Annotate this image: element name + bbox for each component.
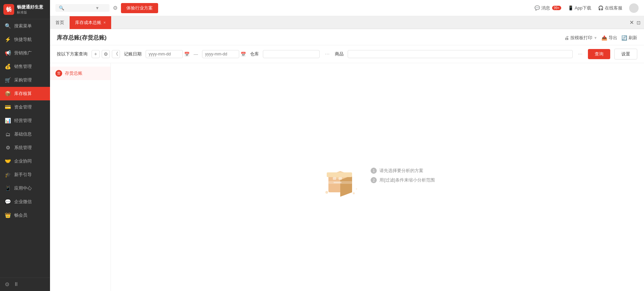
empty-illustration bbox=[320, 157, 361, 197]
sidebar-item-purchase[interactable]: 🛒 采购管理 bbox=[0, 73, 50, 87]
industry-btn[interactable]: 体验行业方案 bbox=[121, 3, 158, 13]
svg-point-8 bbox=[325, 191, 328, 194]
empty-svg bbox=[320, 157, 361, 197]
sidebar-item-label: 资金管理 bbox=[14, 104, 32, 110]
quick-nav-icon: ⚡ bbox=[5, 37, 11, 43]
sidebar-item-label: 畅会员 bbox=[14, 212, 27, 218]
finance-icon: 💳 bbox=[5, 104, 11, 110]
scheme-item-inventory-ledger[interactable]: 货 存货总账 bbox=[50, 67, 110, 80]
tabbar-close-button[interactable]: ✕ bbox=[629, 19, 634, 26]
topbar-gear-icon[interactable]: ⚙ bbox=[113, 5, 118, 11]
svg-rect-7 bbox=[333, 182, 342, 183]
svg-point-10 bbox=[356, 188, 357, 190]
cooperation-icon: 🤝 bbox=[5, 158, 11, 164]
filter-add-btn[interactable]: ＋ bbox=[92, 50, 100, 58]
inventory-icon: 📦 bbox=[5, 91, 11, 97]
sidebar-item-wechat[interactable]: 💬 企业微信 bbox=[0, 195, 50, 209]
product-label: 商品 bbox=[335, 51, 344, 57]
tab-inventory-ledger[interactable]: 库存成本总账 × bbox=[70, 16, 111, 29]
sidebar-item-basic[interactable]: 🗂 基础信息 bbox=[0, 127, 50, 141]
print-label: 按模板打印 bbox=[570, 35, 592, 41]
refresh-label: 刷新 bbox=[628, 35, 637, 41]
calendar-from-icon[interactable]: 📅 bbox=[184, 52, 190, 57]
date-from-input[interactable] bbox=[146, 50, 183, 58]
filter-collapse-btn[interactable]: 《 bbox=[112, 50, 120, 58]
export-action[interactable]: 📤 导出 bbox=[601, 35, 617, 41]
print-action[interactable]: 🖨 按模板打印 ▼ bbox=[564, 35, 597, 41]
tab-close-icon[interactable]: × bbox=[103, 20, 106, 25]
refresh-icon: 🔄 bbox=[621, 35, 627, 41]
date-separator: — bbox=[194, 52, 198, 57]
message-label: 消息 bbox=[541, 5, 550, 11]
empty-step-1: 1 请先选择要分析的方案 bbox=[371, 168, 435, 174]
sidebar-item-finance[interactable]: 💳 资金管理 bbox=[0, 100, 50, 114]
settings-footer-icon[interactable]: ⚙ bbox=[5, 281, 9, 288]
sidebar-item-search-menu[interactable]: 🔍 搜索菜单 bbox=[0, 19, 50, 33]
phone-icon: 📱 bbox=[568, 5, 573, 10]
sidebar-item-operation[interactable]: 📊 经营管理 bbox=[0, 114, 50, 127]
print-dropdown-icon[interactable]: ▼ bbox=[594, 36, 597, 40]
sidebar-item-label: 库存核算 bbox=[14, 91, 32, 97]
query-button[interactable]: 查询 bbox=[588, 49, 610, 59]
svg-rect-5 bbox=[333, 177, 336, 180]
search-menu-icon: 🔍 bbox=[5, 23, 11, 29]
online-support-item[interactable]: 🎧 在线客服 bbox=[598, 5, 622, 11]
apps-icon: 📱 bbox=[5, 185, 11, 191]
filter-label: 按以下方案查询 bbox=[57, 51, 88, 57]
sidebar-item-marketing[interactable]: 📢 营销推广 bbox=[0, 46, 50, 60]
search-icon: 🔍 bbox=[59, 5, 64, 10]
empty-step-2-label: 用[过滤]条件来缩小分析范围 bbox=[379, 177, 435, 183]
date-from-wrap: 📅 bbox=[146, 50, 190, 58]
sidebar: 畅 畅捷通好生意 标准版 🔍 搜索菜单 ⚡ 快捷导航 📢 营销推广 💰 销售管理… bbox=[0, 0, 50, 291]
refresh-action[interactable]: 🔄 刷新 bbox=[621, 35, 637, 41]
collapse-icon[interactable]: ⏸ bbox=[14, 281, 19, 288]
sidebar-item-sales[interactable]: 💰 销售管理 bbox=[0, 60, 50, 73]
sidebar-item-newbie[interactable]: 🎓 新手引导 bbox=[0, 168, 50, 181]
sidebar-item-label: 搜索菜单 bbox=[14, 23, 32, 29]
settings-button[interactable]: 设置 bbox=[614, 49, 637, 59]
newbie-icon: 🎓 bbox=[5, 172, 11, 178]
sidebar-item-label: 企业微信 bbox=[14, 199, 32, 205]
sales-icon: 💰 bbox=[5, 64, 11, 70]
sidebar-item-apps[interactable]: 📱 应用中心 bbox=[0, 181, 50, 195]
content-area: 货 存货总账 bbox=[50, 63, 644, 291]
topbar-search-area[interactable]: 🔍 ▼ bbox=[55, 4, 109, 12]
sidebar-scroll: 🔍 搜索菜单 ⚡ 快捷导航 📢 营销推广 💰 销售管理 🛒 采购管理 📦 库存核… bbox=[0, 19, 50, 277]
sidebar-item-inventory[interactable]: 📦 库存核算 bbox=[0, 87, 50, 100]
sidebar-item-label: 快捷导航 bbox=[14, 37, 32, 43]
warehouse-more-btn[interactable]: ··· bbox=[324, 51, 331, 57]
tabbar-resize-icon[interactable]: ⊡ bbox=[637, 20, 641, 25]
sidebar-item-cooperation[interactable]: 🤝 企业协同 bbox=[0, 154, 50, 168]
topbar-search-input[interactable] bbox=[66, 6, 93, 10]
user-avatar[interactable] bbox=[629, 3, 639, 13]
sidebar-item-label: 基础信息 bbox=[14, 131, 32, 137]
message-icon: 💬 bbox=[535, 5, 540, 10]
empty-text: 1 请先选择要分析的方案 2 用[过滤]条件来缩小分析范围 bbox=[371, 168, 435, 187]
warehouse-input[interactable] bbox=[263, 50, 320, 58]
sidebar-item-label: 经营管理 bbox=[14, 118, 32, 124]
sidebar-item-label: 系统管理 bbox=[14, 145, 32, 151]
export-icon: 📤 bbox=[601, 35, 607, 41]
product-input[interactable] bbox=[348, 50, 572, 58]
sidebar-item-label: 销售管理 bbox=[14, 64, 32, 70]
page-title: 库存总账(存货总账) bbox=[57, 34, 106, 42]
calendar-to-icon[interactable]: 📅 bbox=[241, 52, 246, 57]
app-download-item[interactable]: 📱 App下载 bbox=[568, 5, 591, 11]
sidebar-item-quick-nav[interactable]: ⚡ 快捷导航 bbox=[0, 33, 50, 46]
message-item[interactable]: 💬 消息 99+ bbox=[535, 5, 561, 11]
empty-step-2: 2 用[过滤]条件来缩小分析范围 bbox=[371, 177, 435, 183]
step-num-1: 1 bbox=[371, 168, 377, 174]
date-to-input[interactable] bbox=[202, 50, 239, 58]
sidebar-logo: 畅 畅捷通好生意 标准版 bbox=[0, 0, 50, 19]
product-more-btn[interactable]: ··· bbox=[577, 51, 584, 57]
home-tab-label: 首页 bbox=[55, 20, 64, 26]
sidebar-item-system[interactable]: ⚙ 系统管理 bbox=[0, 141, 50, 154]
sidebar-item-vip[interactable]: 👑 畅会员 bbox=[0, 209, 50, 222]
sidebar-footer: ⚙ ⏸ bbox=[0, 277, 50, 291]
purchase-icon: 🛒 bbox=[5, 77, 11, 83]
tab-home[interactable]: 首页 bbox=[50, 16, 70, 29]
dropdown-icon[interactable]: ▼ bbox=[95, 6, 99, 10]
filter-settings-btn[interactable]: ⚙ bbox=[102, 50, 110, 58]
svg-rect-3 bbox=[327, 172, 352, 177]
svg-point-9 bbox=[353, 192, 355, 194]
